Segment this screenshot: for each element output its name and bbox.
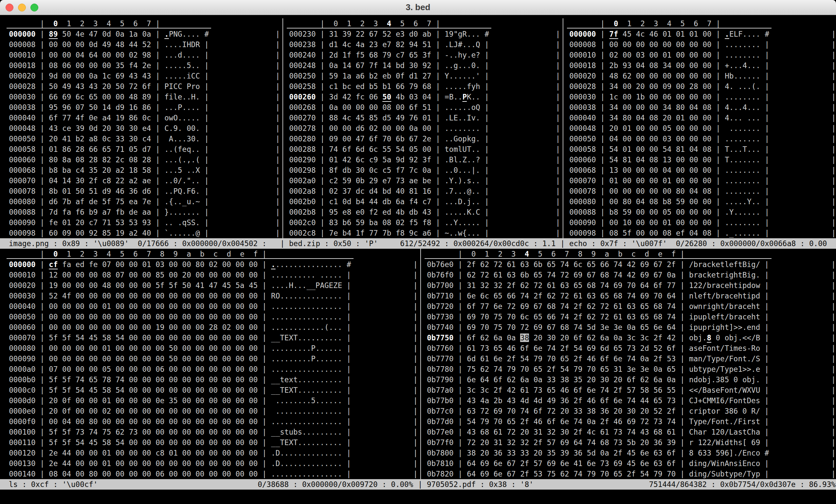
cursor-ascii-char[interactable]: P — [462, 93, 467, 101]
window-titlebar[interactable]: 3. bed — [0, 0, 836, 15]
hex-row[interactable]: 0000e0 | 20 0f 00 00 02 00 00 00 00 00 0… — [0, 406, 418, 416]
hex-row[interactable]: 000068 | b8 ba c4 35 20 a2 18 58 | ...5 … — [0, 165, 280, 175]
cursor-ascii-char[interactable]: 8 — [707, 333, 711, 342]
hex-row[interactable]: 0b7780 | 75 62 74 79 70 65 2f 54 79 70 6… — [418, 364, 836, 374]
cursor-ascii-char[interactable]: . — [271, 260, 276, 269]
hex-row[interactable]: 0b7820 | 64 69 6e 67 2f 53 75 62 74 79 7… — [418, 469, 836, 479]
hex-row[interactable]: 000040 | 6f 77 4f 0e a4 19 86 0c | owO..… — [0, 113, 280, 123]
cursor-byte[interactable]: cf — [49, 260, 58, 269]
hex-row[interactable]: 000058 | 54 01 00 00 54 81 04 08 | T...T… — [560, 144, 836, 154]
zoom-button[interactable] — [31, 4, 38, 12]
hex-row[interactable]: 000080 | 00 80 04 08 b8 59 00 00 | .....… — [560, 196, 836, 207]
hex-row[interactable]: 000000 | cf fa ed fe 07 00 00 01 03 00 0… — [0, 259, 418, 270]
hex-row[interactable]: 000028 | 50 49 43 43 20 50 72 6f | PICC … — [0, 81, 280, 92]
hex-row[interactable]: 000140 | 08 04 00 80 00 00 00 00 06 00 0… — [0, 469, 418, 479]
hex-row[interactable]: 000000 | 89 50 4e 47 0d 0a 1a 0a | .PNG.… — [0, 29, 280, 39]
hex-row[interactable]: 000078 | 00 00 00 00 00 80 04 08 | .....… — [560, 186, 836, 196]
hex-row[interactable]: 000260 | 3d 42 fc 06 50 4b 03 04 | =B..P… — [280, 92, 560, 102]
hex-row[interactable]: 000030 | 66 69 6c 65 00 00 48 89 | file.… — [0, 92, 280, 102]
hex-row[interactable]: 000020 | 19 00 00 00 48 00 00 00 5f 5f 5… — [0, 280, 418, 291]
hex-row[interactable]: 000078 | 8b 01 50 51 d9 46 36 d6 | ..PQ.… — [0, 186, 280, 196]
hex-row[interactable]: 0b7760 | 61 73 65 46 6f 6e 74 2f 54 69 6… — [418, 343, 836, 353]
hex-row[interactable]: 000090 | fe 01 20 c7 71 53 53 93 | .. .q… — [0, 217, 280, 228]
hex-row[interactable]: 0b7730 | 69 70 75 70 6c 65 66 74 2f 62 7… — [418, 312, 836, 322]
hex-row[interactable]: 000068 | 13 00 00 00 04 00 00 00 | .....… — [560, 165, 836, 175]
hex-row[interactable]: 0000f0 | 00 04 00 80 00 00 00 00 00 00 0… — [0, 416, 418, 427]
hex-row[interactable]: 000060 | 80 8a 08 28 82 2c 08 28 | ...(.… — [0, 154, 280, 165]
cursor-byte[interactable]: 38 — [520, 333, 529, 342]
hex-row[interactable]: 0b7750 | 6f 62 6a 0a 38 20 30 20 6f 62 6… — [418, 332, 836, 343]
cursor-ascii-char[interactable]: . — [164, 30, 169, 38]
hex-row[interactable]: 000008 | 00 00 00 0d 49 48 44 52 | ....I… — [0, 39, 280, 50]
hex-row[interactable]: 000030 | 52 4f 00 00 00 00 00 00 00 00 0… — [0, 291, 418, 301]
hex-row[interactable]: 000088 | b8 59 00 00 05 00 00 00 | .Y...… — [560, 207, 836, 217]
hex-row[interactable]: 000048 | 43 ce 39 0d 20 30 30 e4 | C.9. … — [0, 123, 280, 134]
hex-row[interactable]: 0002b8 | 95 e8 e0 f2 ed 4b db 43 | .....… — [280, 207, 560, 217]
hex-row[interactable]: 0b7700 | 31 32 32 2f 62 72 61 63 65 68 7… — [418, 280, 836, 291]
hex-row[interactable]: 0002c8 | 7e b4 1f 77 7b f8 9c a6 | ~..w{… — [280, 228, 560, 238]
hex-row[interactable]: 000280 | 09 00 47 6f 70 6b 67 2e | ..Gop… — [280, 134, 560, 144]
hex-row[interactable]: 0000c0 | 5f 5f 54 45 58 54 00 00 00 00 0… — [0, 385, 418, 395]
hex-row[interactable]: 000258 | c1 bc ed b5 b1 66 79 68 | .....… — [280, 81, 560, 92]
hex-row[interactable]: 000290 | 01 42 6c c9 5a 9d 92 3f | .Bl.Z… — [280, 154, 560, 165]
hex-row[interactable]: 0002a0 | c2 59 0b 29 e7 73 ae be | .Y.).… — [280, 175, 560, 186]
cursor-byte[interactable]: 50 — [382, 93, 391, 101]
hex-row[interactable]: 000040 | 34 80 04 08 20 01 00 00 | 4... … — [560, 113, 836, 123]
hex-row[interactable]: 000240 | 2d 1f f5 68 79 c7 65 3f | -..hy… — [280, 50, 560, 60]
hex-row[interactable]: 0b77b0 | 43 4a 2b 43 4d 4d 49 36 2f 46 6… — [418, 395, 836, 406]
hex-row[interactable]: 000070 | 04 14 30 2f c8 22 a2 ae | ..0/.… — [0, 175, 280, 186]
hex-row[interactable]: 0b76e0 | 2f 62 72 61 63 6b 65 74 6c 65 6… — [418, 259, 836, 270]
hex-row[interactable]: 000070 | 5f 5f 54 45 58 54 00 00 00 00 0… — [0, 332, 418, 343]
hex-row[interactable]: 000060 | 00 00 00 00 00 00 00 00 19 00 0… — [0, 322, 418, 332]
hex-row[interactable]: 0000d0 | 20 0f 00 00 01 00 00 00 0e 35 0… — [0, 395, 418, 406]
hex-row[interactable]: 000098 | 08 5f 00 00 08 ef 04 08 | ._...… — [560, 228, 836, 238]
hex-pane-ls[interactable]: | 0 1 2 3 4 5 6 7 8 9 a b c d e f | 0000… — [0, 249, 418, 479]
hex-row[interactable]: 000098 | 60 09 00 92 85 19 a2 40 | `....… — [0, 228, 280, 238]
hex-row[interactable]: 000028 | 34 00 20 00 09 00 28 00 | 4. ..… — [560, 81, 836, 92]
hex-row[interactable]: 0b77c0 | 63 72 69 70 74 6f 72 20 33 38 3… — [418, 406, 836, 416]
hex-row[interactable]: 0b7810 | 64 69 6e 67 2f 57 69 6e 41 6e 7… — [418, 458, 836, 469]
hex-row[interactable]: 0b7770 | 6d 61 6e 2f 54 79 70 65 2f 46 6… — [418, 353, 836, 364]
hex-row[interactable]: 000000 | 7f 45 4c 46 01 01 01 00 | .ELF.… — [560, 29, 836, 39]
hex-row[interactable]: 0b7720 | 6f 77 6e 72 69 67 68 74 2f 62 7… — [418, 301, 836, 312]
hex-row[interactable]: 0000b0 | 5f 5f 74 65 78 74 00 00 00 00 0… — [0, 374, 418, 385]
hex-row[interactable]: 000048 | 20 01 00 00 05 00 00 00 | .....… — [560, 123, 836, 134]
hex-pane-bed.zip[interactable]: | 0 1 2 3 4 5 6 7 | 000230 | 31 39 22 67… — [280, 18, 560, 238]
hex-row[interactable]: 000050 | 20 41 b2 a8 0c 33 30 c4 | A...3… — [0, 134, 280, 144]
hex-row[interactable]: 0b7710 | 6e 6c 65 66 74 2f 62 72 61 63 6… — [418, 291, 836, 301]
hex-row[interactable]: 0002a8 | 02 37 dc d4 bd 40 81 16 | .7...… — [280, 186, 560, 196]
hex-row[interactable]: 000090 | 00 00 00 00 00 00 00 00 00 50 0… — [0, 353, 418, 364]
hex-row[interactable]: 000090 | 00 10 00 00 01 00 00 00 | .....… — [560, 217, 836, 228]
hex-row[interactable]: 000010 | 12 00 00 00 08 07 00 00 85 00 2… — [0, 270, 418, 280]
hex-row[interactable]: 000010 | 02 00 03 00 01 00 00 00 | .....… — [560, 50, 836, 60]
hex-pane-echo[interactable]: | 0 1 2 3 4 5 6 7 | 000000 | 7f 45 4c 46… — [560, 18, 836, 238]
hex-row[interactable]: 000250 | 59 1a a6 b2 eb 0f d1 27 | Y....… — [280, 71, 560, 81]
hex-row[interactable]: 000088 | 7d fa f6 b9 a7 fb de aa | }....… — [0, 207, 280, 217]
hex-row[interactable]: 000010 | 00 00 04 64 00 00 02 98 | ...d.… — [0, 50, 280, 60]
hex-row[interactable]: 000080 | 00 00 00 00 01 00 00 00 00 50 0… — [0, 343, 418, 353]
hex-row[interactable]: 0b77e0 | 43 68 61 72 20 31 32 30 2f 4c 6… — [418, 427, 836, 437]
hex-row[interactable]: 000008 | 00 00 00 00 00 00 00 00 | .....… — [560, 39, 836, 50]
hex-row[interactable]: 0b77a0 | 3c 3c 2f 42 61 73 65 46 6f 6e 7… — [418, 385, 836, 395]
hex-row[interactable]: 0b7740 | 69 70 75 70 72 69 67 68 74 5d 3… — [418, 322, 836, 332]
hex-row[interactable]: 000060 | 54 81 04 08 13 00 00 00 | T....… — [560, 154, 836, 165]
hex-row[interactable]: 0002b0 | c1 0d b4 44 db 6a f4 c7 | ...D.… — [280, 196, 560, 207]
hex-row[interactable]: 000050 | 04 00 00 00 03 00 00 00 | .....… — [560, 134, 836, 144]
hex-row[interactable]: 000050 | 00 00 00 00 00 00 00 00 00 00 0… — [0, 312, 418, 322]
hex-row[interactable]: 000270 | 88 4c 45 85 d5 49 76 01 | .LE..… — [280, 113, 560, 123]
hex-row[interactable]: 0b76f0 | 62 72 61 63 6b 65 74 72 69 67 6… — [418, 270, 836, 280]
hex-row[interactable]: 000268 | 0a 00 00 00 08 00 6f 51 | .....… — [280, 102, 560, 113]
hex-pane-9705052.pdf[interactable]: | 0 1 2 3 4 5 6 7 8 9 a b c d e f | 0b76… — [418, 249, 836, 479]
hex-row[interactable]: 000018 | 2b 93 04 08 34 00 00 00 | +...4… — [560, 60, 836, 71]
hex-row[interactable]: 0b7790 | 6e 64 6f 62 6a 0a 33 38 35 20 3… — [418, 374, 836, 385]
cursor-ascii-char[interactable]: . — [725, 30, 729, 38]
hex-row[interactable]: 000038 | 34 00 00 00 34 80 04 08 | 4...4… — [560, 102, 836, 113]
hex-row[interactable]: 0b77d0 | 54 79 70 65 2f 46 6f 6e 74 0a 2… — [418, 416, 836, 427]
hex-row[interactable]: 000080 | d6 7b af de 5f 75 ea 7e | .{.._… — [0, 196, 280, 207]
hex-row[interactable]: 000238 | d1 4c 4a 23 e7 82 94 51 | .LJ#.… — [280, 39, 560, 50]
hex-row[interactable]: 0002c0 | 83 b6 59 ba 08 02 f5 f8 | ..Y..… — [280, 217, 560, 228]
hex-row[interactable]: 000278 | 00 00 d6 02 00 00 0a 00 | .....… — [280, 123, 560, 134]
hex-row[interactable]: 000288 | 74 6f 6d 6c 55 54 05 00 | tomlU… — [280, 144, 560, 154]
hex-row[interactable]: 0000a0 | 07 00 00 00 05 00 00 00 06 00 0… — [0, 364, 418, 374]
hex-row[interactable]: 000040 | 00 00 00 00 01 00 00 00 00 00 0… — [0, 301, 418, 312]
